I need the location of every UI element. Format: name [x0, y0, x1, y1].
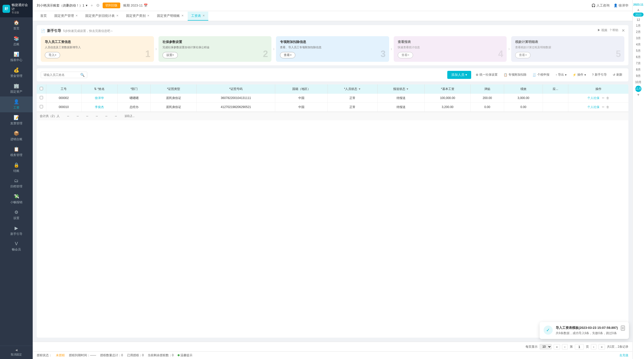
select-all-checkbox[interactable]	[40, 87, 43, 90]
per-page-select[interactable]: 10 20 50	[540, 344, 552, 349]
prev-page-btn[interactable]: ‹	[562, 344, 568, 349]
cal-month-11月[interactable]: 11月	[635, 86, 641, 92]
sidebar-item-guide[interactable]: ▶新手引导	[0, 223, 33, 239]
cal-down-btn[interactable]: ▼	[637, 93, 640, 97]
tab-depreciation[interactable]: 固定资产折旧统计表✕	[82, 12, 122, 21]
account-dropdown-icon[interactable]: ▾	[86, 4, 88, 7]
cell-dept: 总经办	[118, 102, 151, 112]
guide-step-btn-4[interactable]: 查看>	[398, 52, 413, 58]
guide-step-btn-5[interactable]: 查看>	[515, 52, 531, 58]
settings-icon[interactable]: ⚙	[96, 3, 100, 8]
video-link[interactable]: ▶ 视频	[597, 28, 607, 32]
toolbar-action-new-guide[interactable]: ?新手引导	[590, 72, 609, 78]
recharge-btn[interactable]: 去充值	[619, 353, 628, 357]
cal-month-3月[interactable]: 3月	[634, 35, 642, 41]
calendar-icon[interactable]: 📅	[144, 4, 148, 7]
sidebar-item-inventory[interactable]: 📦进销台账	[0, 128, 33, 144]
next-page-btn[interactable]: ›	[591, 344, 596, 349]
guide-step-1: 导入员工工资信息 人员信息及工资数据新增导入 导入> 1	[41, 36, 154, 62]
toolbar-action-personal-tax[interactable]: 🧾个税申报	[531, 72, 551, 78]
toolbar-action-refresh[interactable]: ↺刷新	[611, 72, 624, 78]
cal-month-8月[interactable]: 8月	[634, 67, 642, 73]
sidebar-item-finance[interactable]: 💰资金管理	[0, 65, 33, 81]
action-edit-icon[interactable]: ✏	[602, 96, 605, 100]
guide-step-num-2: 2	[263, 49, 268, 59]
tab-close-depreciation[interactable]: ✕	[116, 14, 118, 17]
guide-step-btn-2[interactable]: 设置>	[163, 52, 178, 58]
cal-month-6月[interactable]: 6月	[634, 54, 642, 60]
sidebar-item-expense[interactable]: 📝发票管理	[0, 112, 33, 128]
period-selector[interactable]: 账期 2023-11 📅	[123, 3, 148, 8]
sidebar-item-home[interactable]: 🏠首页	[0, 17, 33, 33]
tab-close-salary[interactable]: ✕	[203, 14, 205, 17]
tab-asset-detail[interactable]: 固定资产明细账✕	[153, 12, 187, 21]
tab-asset-type[interactable]: 固定资产类别✕	[123, 12, 153, 21]
guide-step-num-4: 4	[498, 49, 503, 59]
sidebar-item-tax[interactable]: 📋税务管理	[0, 144, 33, 160]
tab-close-fixed-assets[interactable]: ✕	[75, 14, 78, 17]
toolbar-action-social-insurance[interactable]: ⚙统一社保设置	[474, 72, 500, 78]
sidebar-item-reports[interactable]: 📊报表中心	[0, 49, 33, 65]
cal-month-5月[interactable]: 5月	[634, 48, 642, 54]
page-input[interactable]	[575, 344, 584, 349]
tab-label-fixed-assets: 固定资产管理	[54, 14, 74, 18]
cell-emp-no: 000010	[46, 102, 82, 112]
account-selector[interactable]: 刘小艳演示账套（勿删勿动！）1 ▾	[37, 3, 88, 8]
cal-month-7月[interactable]: 7月	[634, 60, 642, 67]
guide-step-btn-1[interactable]: 导入>	[45, 52, 60, 58]
ai-consult-btn[interactable]: 🎧 人工咨询	[591, 3, 610, 8]
sidebar-item-salary[interactable]: 👤工资	[0, 96, 33, 112]
report-filter-icon[interactable]: ▼	[406, 87, 409, 90]
tab-fixed-assets[interactable]: 固定资产管理✕	[51, 12, 81, 21]
cal-month-10月[interactable]: 10月	[634, 79, 642, 85]
row-checkbox[interactable]	[40, 96, 43, 99]
tab-close-asset-type[interactable]: ✕	[147, 14, 149, 17]
status-filter-icon[interactable]: ▼	[358, 87, 361, 90]
cal-up-btn[interactable]: ▲	[637, 8, 640, 12]
toolbar-action-special-deduct[interactable]: 📋专项附加扣除	[502, 72, 529, 78]
guide-step-btn-3[interactable]: 查看>	[280, 52, 295, 58]
cell-name[interactable]: 李俊杰	[81, 102, 117, 112]
cell-action[interactable]: 个人社保 ✏ 🗑	[568, 102, 628, 112]
row-checkbox[interactable]	[40, 105, 43, 108]
first-page-btn[interactable]: «	[554, 344, 560, 349]
cal-month-1月[interactable]: 1月	[634, 23, 642, 29]
version-switch-btn[interactable]: 切到旧版	[103, 3, 120, 8]
add-person-btn[interactable]: 添加人员 ▾	[447, 71, 471, 79]
user-menu-btn[interactable]: 👤 徐泽华	[614, 3, 628, 8]
tab-salary[interactable]: 工资表✕	[188, 12, 208, 21]
help-link[interactable]: ? 帮助	[610, 28, 618, 32]
toolbar-action-export[interactable]: ↑导出▾	[553, 72, 569, 78]
guide-close-btn[interactable]: ✕	[621, 28, 626, 33]
guide-step-2: 社保参数设置 完成社保参数设置自动计算社保公积金 设置> 2	[158, 36, 272, 62]
action-delete-icon[interactable]: 🗑	[606, 105, 609, 109]
action-social-btn[interactable]: 个人社保	[587, 96, 599, 100]
guide-step-num-5: 5	[616, 49, 621, 59]
toast-close-btn[interactable]: ✕	[621, 326, 625, 331]
sidebar-item-expense2[interactable]: 💸小畅报销	[0, 191, 33, 207]
cell-name[interactable]: 徐泽华	[81, 94, 117, 103]
cell-action[interactable]: 个人社保 ✏ 🗑	[568, 94, 628, 103]
cal-month-2月[interactable]: 2月	[634, 29, 642, 35]
search-input[interactable]	[44, 73, 79, 77]
sidebar-item-ledger[interactable]: 📚总账	[0, 33, 33, 49]
cal-month-12[interactable]: 12	[634, 17, 642, 23]
cal-month-9月[interactable]: 9月	[634, 73, 642, 79]
action-edit-icon[interactable]: ✏	[602, 105, 605, 109]
app-logo-icon: 好	[3, 5, 10, 13]
sidebar-item-archive[interactable]: 🗂归档管理	[0, 176, 33, 191]
cal-month-4月[interactable]: 4月	[634, 41, 642, 48]
sidebar-item-member[interactable]: V畅会员	[0, 239, 33, 254]
sidebar-item-fixed-assets[interactable]: 🏢固定资产	[0, 81, 33, 96]
add-account-btn[interactable]: +	[91, 3, 93, 8]
sidebar-item-close[interactable]: 🔒结账	[0, 160, 33, 176]
cancel-fixed-btn[interactable]: ◀ 取消固定	[0, 346, 33, 359]
sidebar-item-settings[interactable]: ⚙设置	[0, 207, 33, 223]
tab-label-salary: 工资表	[191, 14, 201, 18]
last-page-btn[interactable]: »	[598, 344, 605, 349]
tab-home[interactable]: 首页	[37, 12, 50, 21]
toolbar-action-operation[interactable]: ⚡操作▾	[571, 72, 588, 78]
action-social-btn[interactable]: 个人社保	[587, 105, 599, 109]
tab-close-asset-detail[interactable]: ✕	[181, 14, 184, 17]
action-delete-icon[interactable]: 🗑	[606, 96, 609, 100]
